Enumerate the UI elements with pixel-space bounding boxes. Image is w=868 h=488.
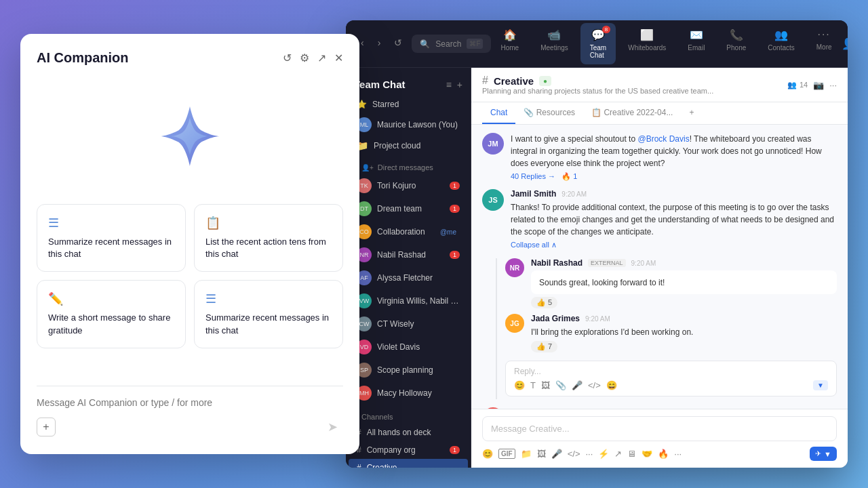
collapse-link[interactable]: Collapse all ∧ (511, 241, 557, 249)
sidebar-item-alyssa[interactable]: AF Alyssa Fletcher (349, 266, 468, 289)
time-jamil: 9:20 AM (561, 190, 587, 198)
toolbar-file[interactable]: 📁 (521, 449, 532, 459)
toolbar-code[interactable]: </> (568, 449, 580, 459)
suggestion-card-summarize1[interactable]: ☰ Summarize recent messages in this chat (37, 204, 186, 272)
suggestion-card-action-items[interactable]: 📋 List the recent action tens from this … (194, 204, 343, 272)
reply-mic-icon[interactable]: 🎤 (572, 380, 583, 390)
sidebar-item-scope[interactable]: SP Scope planning (349, 359, 468, 382)
reply-send-btn[interactable]: ▼ (813, 380, 828, 390)
sidebar-item-collaboration[interactable]: CO Collaboration @me (349, 220, 468, 243)
ai-add-button[interactable]: + (37, 418, 56, 436)
email-label: Email (688, 44, 705, 52)
reply-attach-icon[interactable]: 📎 (555, 380, 566, 390)
toolbar-screen[interactable]: 🖥 (627, 449, 636, 459)
nav-search-box[interactable]: 🔍 Search ⌘F (412, 35, 491, 53)
toolbar-fire[interactable]: 🔥 (658, 449, 669, 459)
nav-tab-email[interactable]: ✉️ Email (678, 23, 714, 64)
chat-tab-add[interactable]: + (681, 102, 702, 124)
toolbar-gif[interactable]: GIF (498, 449, 515, 459)
sidebar-item-violet[interactable]: VD Violet Davis (349, 336, 468, 359)
chat-more-icon[interactable]: ··· (829, 80, 837, 90)
sidebar-item-virginia[interactable]: VW Virginia Willis, Nabil Rash... (349, 289, 468, 312)
suggestion-card-summarize2[interactable]: ☰ Summarize recent messages in this chat (194, 280, 343, 348)
label-collaboration: Collaboration (377, 227, 431, 237)
sidebar-item-dream-team[interactable]: DT Dream team 1 (349, 197, 468, 220)
expand-icon[interactable]: ↗ (317, 52, 326, 64)
sidebar-item-ct-wisely[interactable]: CW CT Wisely (349, 312, 468, 336)
nav-tab-whiteboards[interactable]: ⬜ Whiteboards (618, 23, 675, 64)
sidebar-add-icon[interactable]: + (457, 79, 462, 90)
sidebar-item-macy[interactable]: MH Macy Holloway (349, 382, 468, 405)
sidebar-filter-icon[interactable]: ≡ (446, 79, 452, 90)
chat-tab-creative[interactable]: 📋 Creative 2022-04... (583, 102, 681, 124)
sidebar-channel-creative[interactable]: # Creative (349, 459, 468, 468)
ai-logo (149, 96, 231, 177)
reply-emoji-icon[interactable]: 😊 (514, 380, 525, 390)
search-icon: 🔍 (420, 39, 430, 49)
toolbar-more-1[interactable]: ··· (585, 449, 593, 459)
reply-image-icon[interactable]: 🖼 (541, 380, 550, 390)
badge-nabil: 1 (450, 251, 460, 259)
ai-message-input[interactable] (37, 397, 343, 408)
toolbar-bolt[interactable]: ⚡ (598, 449, 609, 459)
sidebar-channel-company-org[interactable]: # Company org 1 (349, 441, 468, 459)
chat-title-section: # Creative ● Planning and sharing projec… (482, 75, 713, 95)
chat-tab-chat[interactable]: Chat (482, 102, 515, 124)
reply-text-icon[interactable]: T (530, 380, 536, 390)
toolbar-more-2[interactable]: ··· (674, 449, 682, 459)
toolbar-emoji[interactable]: 😊 (482, 449, 493, 459)
send-icon: ✈ (815, 449, 821, 458)
chat-video-icon[interactable]: 📷 (813, 80, 824, 90)
message-nabil: NR Nabil Rashad EXTERNAL 9:20 AM Sounds … (505, 258, 837, 308)
suggestion-card-gratitude[interactable]: ✏️ Write a short message to share gratit… (37, 280, 186, 348)
main-container: AI Companion ↺ ⚙ ↗ ✕ (20, 20, 848, 468)
message-send-area: ✈ ▼ (810, 447, 837, 461)
reaction-jada[interactable]: 👍 7 (531, 341, 557, 352)
close-icon[interactable]: ✕ (334, 52, 343, 64)
sidebar-item-maurice[interactable]: ML Maurice Lawson (You) (349, 113, 468, 136)
sidebar-item-nabil[interactable]: NR Nabil Rashad 1 (349, 243, 468, 266)
dm-add-icon[interactable]: 👤+ (361, 164, 374, 171)
toolbar-share[interactable]: ↗ (614, 449, 622, 459)
send-button[interactable]: ✈ ▼ (810, 447, 837, 461)
profile-icon[interactable]: 👤 (842, 37, 848, 50)
suggestion-icon-1: ☰ (48, 216, 174, 230)
toolbar-mic[interactable]: 🎤 (551, 449, 562, 459)
nav-tab-home[interactable]: 🏠 Home (491, 23, 528, 64)
nav-tabs: 🏠 Home 📹 Meetings 8 💬 Team Chat ⬜ Whiteb… (491, 23, 841, 64)
reply-more-icon[interactable]: 😄 (606, 380, 617, 390)
sidebar-channel-all-hands[interactable]: # All hands on deck (349, 424, 468, 441)
sidebar-item-tori[interactable]: TK Tori Kojuro 1 (349, 174, 468, 197)
nav-tab-meetings[interactable]: 📹 Meetings (531, 23, 578, 64)
direct-messages-section: ▾ 👤+ Direct messages TK Tori Kojuro 1 DT… (346, 161, 471, 405)
message-input-area: Message Creative... 😊 GIF 📁 🖼 🎤 </> ··· … (471, 409, 848, 468)
send-chevron[interactable]: ▼ (824, 450, 831, 458)
reaction-nabil[interactable]: 👍 5 (531, 297, 557, 308)
ai-send-button[interactable]: ➤ (321, 416, 343, 438)
reply-code-icon[interactable]: </> (588, 380, 601, 390)
sidebar-item-project-cloud[interactable]: 📁 Project cloud (349, 136, 468, 155)
nav-forward-button[interactable]: › (374, 35, 385, 53)
history-icon[interactable]: ↺ (283, 52, 292, 64)
suggestion-text-2: List the recent action tens from this ch… (205, 236, 332, 260)
label-virginia: Virginia Willis, Nabil Rash... (377, 296, 460, 306)
channels-section-header: ▾ Channels (346, 410, 471, 424)
settings-icon[interactable]: ⚙ (300, 52, 309, 64)
message-1-content: I want to give a special shoutout to @Br… (511, 133, 837, 181)
nav-tab-phone[interactable]: 📞 Phone (717, 23, 755, 64)
toolbar-image[interactable]: 🖼 (537, 449, 546, 459)
message-input-box[interactable]: Message Creative... (482, 416, 837, 441)
toolbar-collab[interactable]: 🤝 (642, 449, 652, 459)
nav-refresh-button[interactable]: ↺ (390, 35, 406, 53)
replies-link-1[interactable]: 40 Replies → 🔥 1 (511, 172, 837, 181)
label-ct: CT Wisely (377, 319, 460, 329)
message-input-placeholder: Message Creative... (491, 424, 570, 434)
sidebar-item-starred[interactable]: ⭐ Starred (349, 96, 468, 113)
member-count-value: 14 (800, 81, 808, 89)
suggestions-grid: ☰ Summarize recent messages in this chat… (37, 204, 343, 348)
nav-tab-contacts[interactable]: 👥 Contacts (758, 23, 804, 64)
nav-tab-team-chat[interactable]: 8 💬 Team Chat (580, 23, 616, 64)
chat-tab-resources[interactable]: 📎 Resources (515, 102, 583, 124)
label-company-org: Company org (367, 445, 444, 455)
nav-tab-more[interactable]: ··· More (807, 23, 842, 64)
